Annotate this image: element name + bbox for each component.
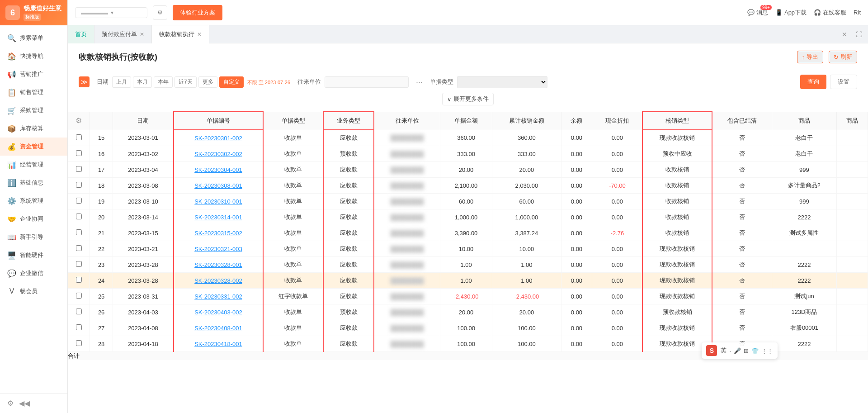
cell-checkbox[interactable] [68, 178, 90, 194]
cell-receipt-no[interactable]: SK-20230321-003 [174, 241, 263, 257]
table-row[interactable]: 19 2023-03-10 SK-20230310-001 收款单 应收款 ██… [68, 194, 868, 209]
query-button[interactable]: 查询 [800, 75, 826, 89]
cell-receipt-no[interactable]: SK-20230308-001 [174, 178, 263, 194]
cell-receipt-no[interactable]: SK-20230403-002 [174, 304, 263, 320]
sidebar-item-hardware[interactable]: 🖥️智能硬件 [0, 246, 67, 264]
cell-checkbox[interactable] [68, 130, 90, 146]
sidebar-gear-icon[interactable]: ⚙ [7, 399, 14, 408]
sidebar-item-purchase[interactable]: 🛒采购管理 [0, 101, 67, 119]
cell-checkbox[interactable] [68, 257, 90, 273]
grid-icon: ⊞ [744, 347, 749, 354]
cell-receipt-no[interactable]: SK-20230331-002 [174, 289, 263, 304]
cell-receipt-no[interactable]: SK-20230314-001 [174, 209, 263, 225]
prepay-tab-close[interactable]: ✕ [140, 31, 144, 38]
cell-checkbox[interactable] [68, 320, 90, 336]
cell-receipt-no[interactable]: SK-20230310-001 [174, 194, 263, 209]
table-row[interactable]: 21 2023-03-15 SK-20230315-002 收款单 应收款 ██… [68, 225, 868, 241]
cell-checkbox[interactable] [68, 146, 90, 162]
cell-checkbox[interactable] [68, 194, 90, 209]
table-row[interactable]: 24 2023-03-28 SK-20230328-002 收款单 应收款 ██… [68, 273, 868, 289]
tab-prepay[interactable]: 预付款应付单 ✕ [94, 25, 152, 43]
cell-receipt-no[interactable]: SK-20230408-001 [174, 320, 263, 336]
sidebar-item-quick-nav[interactable]: 🏠快捷导航 [0, 47, 67, 65]
cell-checkbox[interactable] [68, 162, 90, 178]
system-icon: ⚙️ [7, 196, 16, 205]
sidebar-label-marketing: 营销推广 [20, 70, 43, 78]
this-month-btn[interactable]: 本月 [133, 76, 152, 88]
table-row[interactable]: 18 2023-03-08 SK-20230308-001 收款单 应收款 ██… [68, 178, 868, 194]
sidebar-item-wechat[interactable]: 💬企业微信 [0, 264, 67, 282]
custom-date-btn[interactable]: 自定义 [219, 76, 244, 88]
cell-cash-discount: 0.00 [592, 241, 642, 257]
sidebar-item-system[interactable]: ⚙️系统管理 [0, 192, 67, 210]
export-button[interactable]: ↑ 导出 [797, 51, 824, 63]
expand-more-conditions-btn[interactable]: ∨ 展开更多条件 [442, 93, 494, 105]
sidebar-item-enterprise[interactable]: 🤝企业协同 [0, 210, 67, 228]
cell-checkbox[interactable] [68, 225, 90, 241]
table-row[interactable]: 22 2023-03-21 SK-20230321-003 收款单 应收款 ██… [68, 241, 868, 257]
cell-date: 2023-03-14 [113, 209, 174, 225]
online-service-action[interactable]: 🎧 在线客服 [814, 9, 846, 17]
cell-receipt-no[interactable]: SK-20230302-002 [174, 146, 263, 162]
settings-button[interactable]: 设置 [830, 75, 857, 89]
messages-action[interactable]: 💬 消息 99+ [747, 9, 768, 17]
table-row[interactable]: 25 2023-03-31 SK-20230331-002 红字收款单 应收款 … [68, 289, 868, 304]
sidebar-item-operations[interactable]: 📊经营管理 [0, 156, 67, 174]
receipt-type-select[interactable] [457, 76, 547, 88]
cell-checkbox[interactable] [68, 289, 90, 304]
table-row[interactable]: 27 2023-04-08 SK-20230408-001 收款单 应收款 ██… [68, 320, 868, 336]
table-row[interactable]: 23 2023-03-28 SK-20230328-001 收款单 应收款 ██… [68, 257, 868, 273]
cell-receipt-no[interactable]: SK-20230301-002 [174, 130, 263, 146]
sidebar-item-finance[interactable]: 💰资金管理 [0, 138, 67, 156]
tab-close-all-btn[interactable]: ✕ [839, 29, 850, 40]
logo-badge: 标推版 [24, 14, 41, 21]
this-year-btn[interactable]: 本年 [154, 76, 173, 88]
app-download-action[interactable]: 📱 App下载 [775, 9, 807, 17]
cell-product2 [836, 289, 868, 304]
sidebar-logo: 6 畅康道好生意 标推版 [0, 0, 67, 25]
table-row[interactable]: 15 2023-03-01 SK-20230301-002 收款单 应收款 ██… [68, 130, 868, 146]
cell-checkbox[interactable] [68, 336, 90, 352]
more-date-btn[interactable]: 更多 [198, 76, 217, 88]
sidebar-collapse-icon[interactable]: ◀◀ [19, 399, 30, 408]
cell-balance: 0.00 [561, 225, 592, 241]
table-row[interactable]: 17 2023-03-04 SK-20230304-001 收款单 应收款 ██… [68, 162, 868, 178]
sidebar-item-member[interactable]: V畅会员 [0, 282, 67, 300]
workspace-selector[interactable]: ▬▬▬▬▬ ▾ [75, 7, 147, 18]
collection-tab-close[interactable]: ✕ [197, 31, 202, 38]
tab-collection[interactable]: 收款核销执行 ✕ [152, 25, 209, 43]
cell-receipt-no[interactable]: SK-20230328-002 [174, 273, 263, 289]
sidebar-item-search[interactable]: 🔍搜索菜单 [0, 29, 67, 47]
tab-home[interactable]: 首页 [68, 25, 94, 43]
filter-toggle-btn[interactable]: ≫ [79, 76, 90, 87]
cell-receipt-no[interactable]: SK-20230328-001 [174, 257, 263, 273]
tab-expand-btn[interactable]: ⛶ [854, 29, 864, 40]
sidebar-item-basic[interactable]: ℹ️基础信息 [0, 174, 67, 192]
table-row[interactable]: 26 2023-04-03 SK-20230403-002 收款单 预收款 ██… [68, 304, 868, 320]
cell-balance: 0.00 [561, 304, 592, 320]
last-7days-btn[interactable]: 近7天 [175, 76, 197, 88]
partner-input[interactable] [325, 76, 409, 88]
sidebar-item-inventory[interactable]: 📦库存核算 [0, 119, 67, 138]
refresh-button[interactable]: ↻ 刷新 [829, 51, 857, 63]
col-settings-header[interactable]: ⚙ [68, 112, 90, 130]
cell-receipt-no[interactable]: SK-20230418-001 [174, 336, 263, 352]
sidebar-item-marketing[interactable]: 📢营销推广 [0, 65, 67, 83]
sidebar-item-sales[interactable]: 📋销售管理 [0, 83, 67, 101]
more-filters-dots[interactable]: ··· [416, 77, 423, 87]
cell-checkbox[interactable] [68, 304, 90, 320]
cell-checkbox[interactable] [68, 241, 90, 257]
topbar-gear-btn[interactable]: ⚙ [153, 5, 167, 20]
cell-receipt-no[interactable]: SK-20230315-002 [174, 225, 263, 241]
sidebar-item-guide[interactable]: 📖新手引导 [0, 228, 67, 246]
table-row[interactable]: 16 2023-03-02 SK-20230302-002 收款单 预收款 ██… [68, 146, 868, 162]
cell-cash-discount: 0.00 [592, 194, 642, 209]
cell-checkbox[interactable] [68, 273, 90, 289]
solution-button[interactable]: 体验行业方案 [173, 5, 222, 20]
table-row[interactable]: 20 2023-03-14 SK-20230314-001 收款单 应收款 ██… [68, 209, 868, 225]
cell-checkbox[interactable] [68, 209, 90, 225]
cell-include-settled: 否 [712, 320, 772, 336]
cell-receipt-no[interactable]: SK-20230304-001 [174, 162, 263, 178]
wechat-icon: 💬 [7, 269, 16, 278]
last-month-btn[interactable]: 上月 [112, 76, 131, 88]
